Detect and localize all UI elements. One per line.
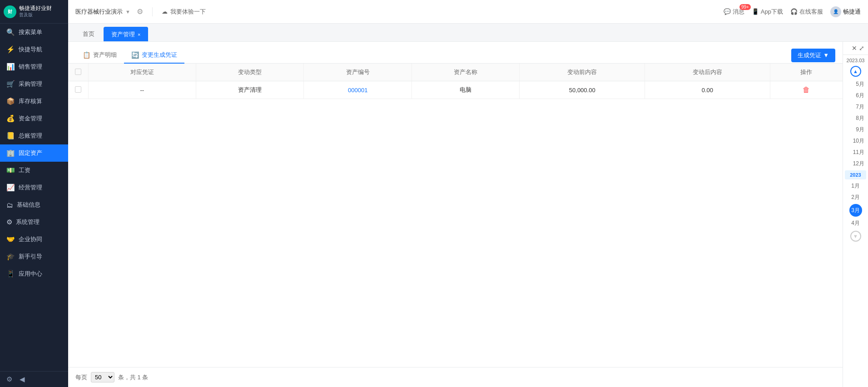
cal-month-2[interactable]: 2月 <box>843 192 868 203</box>
cart-icon: 🛒 <box>6 80 15 88</box>
sidebar-item-system[interactable]: ⚙ 系统管理 <box>0 213 68 231</box>
topbar-divider <box>152 7 153 16</box>
app-download-button[interactable]: 📱 App下载 <box>752 8 783 16</box>
cell-voucher: -- <box>88 81 196 99</box>
cell-change-type: 资产清理 <box>196 81 303 99</box>
cal-active-month[interactable]: 3月 <box>849 204 862 217</box>
cal-month-11[interactable]: 11月 <box>843 147 868 158</box>
per-page-label: 每页 <box>75 373 87 382</box>
right-panel-close-icon[interactable]: ✕ <box>852 45 857 52</box>
per-page-select[interactable]: 50 10 20 100 <box>91 372 114 382</box>
cell-before: 50,000.00 <box>520 81 645 99</box>
sidebar-item-search[interactable]: 🔍 搜索菜单 <box>0 24 68 41</box>
building-icon: 🏢 <box>6 149 15 157</box>
avatar: 👤 <box>830 6 841 17</box>
service-button[interactable]: 🎧 在线客服 <box>790 8 823 16</box>
logo-icon: 财 <box>4 5 16 18</box>
generate-voucher-button[interactable]: 生成凭证 ▼ <box>791 49 835 62</box>
sidebar-item-label: 总账管理 <box>19 132 42 140</box>
message-button[interactable]: 💬 消息 99+ <box>724 8 744 16</box>
lightning-icon: ⚡ <box>6 45 15 54</box>
sidebar-item-guide[interactable]: 🎓 新手引导 <box>0 248 68 265</box>
cal-year-header: 2023.03 <box>843 55 868 64</box>
sidebar-item-salary[interactable]: 💵 工资 <box>0 162 68 179</box>
sidebar-item-funds[interactable]: 💰 资金管理 <box>0 110 68 127</box>
col-asset-name: 资产名称 <box>412 64 519 81</box>
headset-icon: 🎧 <box>790 8 798 15</box>
company-name: 医疗器械行业演示 <box>75 8 123 16</box>
cal-month-10[interactable]: 10月 <box>843 135 868 147</box>
home-label: 首页 <box>83 30 94 38</box>
table-header-checkbox[interactable] <box>68 64 88 81</box>
cal-month-4[interactable]: 4月 <box>843 218 868 229</box>
sidebar-item-collab[interactable]: 🤝 企业协同 <box>0 231 68 248</box>
sidebar-item-label: 库存核算 <box>19 97 42 105</box>
right-panel-expand-icon[interactable]: ⤢ <box>859 45 864 52</box>
cal-month-3-active[interactable]: 3月 <box>843 203 868 218</box>
box-icon: 📦 <box>6 97 15 105</box>
message-badge: 99+ <box>739 4 751 10</box>
sidebar-item-apps[interactable]: 📱 应用中心 <box>0 265 68 283</box>
cell-after: 0.00 <box>645 81 770 99</box>
sidebar-item-quicknav[interactable]: ⚡ 快捷导航 <box>0 41 68 58</box>
sidebar-item-biz[interactable]: 📈 经营管理 <box>0 179 68 196</box>
user-menu[interactable]: 👤 畅捷通 <box>830 6 861 17</box>
search-icon: 🔍 <box>6 28 15 36</box>
col-voucher: 对应凭证 <box>88 64 196 81</box>
row-checkbox[interactable] <box>75 86 81 93</box>
table-row: -- 资产清理 000001 电脑 50,000.00 0.00 🗑 <box>68 81 843 99</box>
cal-month-7[interactable]: 7月 <box>843 101 868 113</box>
cal-nav-down[interactable]: ▼ <box>843 229 868 243</box>
sidebar-item-ledger[interactable]: 📒 总账管理 <box>0 127 68 144</box>
cal-month-5[interactable]: 5月 <box>843 79 868 90</box>
content-area: 📋 资产明细 🔄 变更生成凭证 生成凭证 ▼ <box>68 42 868 387</box>
company-selector[interactable]: 医疗器械行业演示 ▼ <box>75 8 130 16</box>
col-change-type: 变动类型 <box>196 64 303 81</box>
sidebar-item-purchase[interactable]: 🛒 采购管理 <box>0 75 68 93</box>
right-panel-header: ✕ ⤢ <box>843 42 868 55</box>
trending-icon: 📈 <box>6 184 15 192</box>
cal-up-circle[interactable]: ▲ <box>850 66 861 77</box>
inner-tab-detail-label: 资产明细 <box>93 51 117 59</box>
company-dropdown-arrow: ▼ <box>125 9 130 15</box>
cal-down-circle[interactable]: ▼ <box>850 231 861 242</box>
cal-month-9[interactable]: 9月 <box>843 124 868 135</box>
sidebar-item-basic[interactable]: 🗂 基础信息 <box>0 196 68 213</box>
inner-tab-detail[interactable]: 📋 资产明细 <box>75 47 124 64</box>
money-icon: 💰 <box>6 114 15 123</box>
topbar-gear-icon[interactable]: ⚙ <box>137 7 143 16</box>
tabbar: 首页 资产管理 × <box>68 24 868 42</box>
col-after: 变动后内容 <box>645 64 770 81</box>
sidebar-item-label: 资金管理 <box>19 114 42 123</box>
header-checkbox[interactable] <box>75 69 81 75</box>
cal-month-12[interactable]: 12月 <box>843 158 868 169</box>
settings-icon[interactable]: ⚙ <box>6 375 12 383</box>
tab-assets[interactable]: 资产管理 × <box>104 27 148 41</box>
sidebar-item-inventory[interactable]: 📦 库存核算 <box>0 93 68 110</box>
sidebar-header: 财 畅捷通好业财 普及版 <box>0 0 68 24</box>
tab-home[interactable]: 首页 <box>75 27 102 41</box>
row-checkbox-cell[interactable] <box>68 81 88 99</box>
handshake-icon: 🤝 <box>6 235 15 243</box>
col-asset-code: 资产编号 <box>304 64 412 81</box>
cell-action[interactable]: 🗑 <box>770 81 843 99</box>
delete-button[interactable]: 🗑 <box>803 86 810 94</box>
cal-month-6[interactable]: 6月 <box>843 90 868 101</box>
cal-month-8[interactable]: 8月 <box>843 113 868 124</box>
cell-asset-name: 电脑 <box>412 81 519 99</box>
table-header-row: 对应凭证 变动类型 资产编号 资产名称 变动前内容 变动后内容 操作 <box>68 64 843 81</box>
cal-nav-up[interactable]: ▲ <box>843 64 868 79</box>
tab-close-icon[interactable]: × <box>138 32 140 37</box>
app-label: App下载 <box>761 8 783 16</box>
main-area: 医疗器械行业演示 ▼ ⚙ ☁ 我要体验一下 💬 消息 99+ 📱 App下载 🎧… <box>68 0 868 387</box>
cal-month-1[interactable]: 1月 <box>843 180 868 192</box>
sidebar-item-sales[interactable]: 📊 销售管理 <box>0 58 68 75</box>
sidebar-item-label: 基础信息 <box>17 201 40 209</box>
cell-asset-code: 000001 <box>304 81 412 99</box>
collapse-icon[interactable]: ◀ <box>20 375 25 383</box>
logo-name: 畅捷通好业财 <box>19 5 52 12</box>
experience-button[interactable]: ☁ 我要体验一下 <box>162 8 206 16</box>
sidebar-item-fixed[interactable]: 🏢 固定资产 <box>0 144 68 162</box>
inner-tab-change-voucher[interactable]: 🔄 变更生成凭证 <box>124 47 184 64</box>
message-icon: 💬 <box>724 8 731 15</box>
